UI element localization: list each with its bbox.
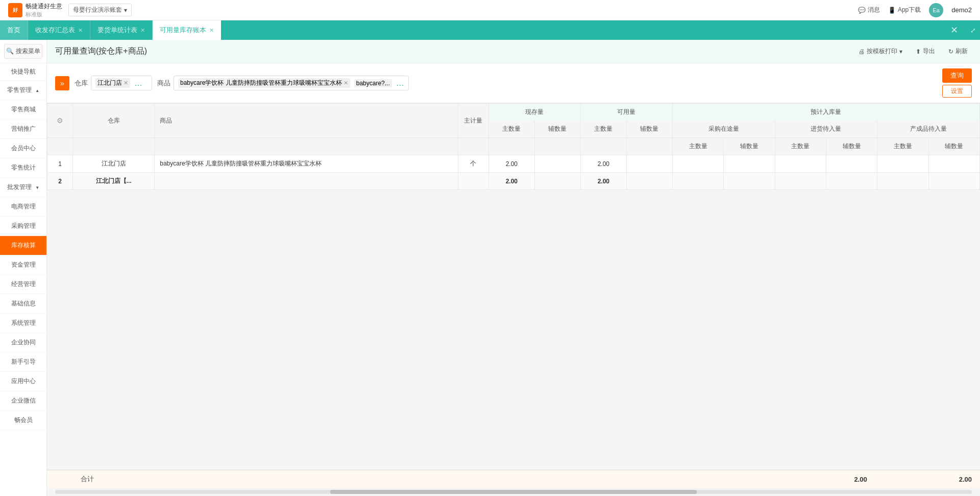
sidebar-item-enterprise-collab[interactable]: 企业协同 bbox=[0, 333, 46, 352]
horizontal-scrollbar[interactable] bbox=[55, 490, 972, 494]
col-sub-header-unit bbox=[458, 138, 488, 155]
sidebar-menu: 零售管理 零售商城 营销推广 会员中心 零售统计 批发管理 电商管理 采购管理 bbox=[0, 81, 46, 430]
enterprise-wechat-label: 企业微信 bbox=[11, 397, 36, 404]
sidebar-item-enterprise-wechat[interactable]: 企业微信 bbox=[0, 391, 46, 411]
app-download-btn[interactable]: 📱 App下载 bbox=[888, 6, 921, 14]
product-tag1-remove[interactable]: ✕ bbox=[344, 80, 348, 86]
logo-info: 畅捷通好生意 标准版 bbox=[26, 2, 62, 18]
export-btn[interactable]: ⬆ 导出 bbox=[912, 45, 939, 58]
sidebar-item-wholesale-mgmt[interactable]: 批发管理 bbox=[0, 178, 46, 197]
sidebar-item-retail-mall[interactable]: 零售商城 bbox=[0, 100, 46, 120]
tab-available-close[interactable]: ✕ bbox=[209, 27, 214, 34]
cell-cur-main-1: 2.00 bbox=[488, 155, 534, 173]
cell-cur-main-2: 2.00 bbox=[488, 173, 534, 190]
tab-available-label: 可用量库存账本 bbox=[160, 26, 206, 35]
sidebar-item-retail-mgmt[interactable]: 零售管理 bbox=[0, 81, 46, 100]
cell-warehouse-2: 江北门店【... bbox=[73, 173, 155, 190]
product-filter-label: 商品 bbox=[157, 79, 170, 88]
warehouse-tag-remove[interactable]: ✕ bbox=[124, 80, 128, 86]
message-icon: 💬 bbox=[858, 7, 866, 14]
tab-requisition[interactable]: 要货单统计表 ✕ bbox=[90, 20, 153, 40]
print-label: 按模板打印 bbox=[867, 47, 897, 56]
col-sub-header-pt-sub: 辅数量 bbox=[724, 138, 775, 155]
product-filter-input[interactable]: babycare学饮杯 儿童防摔防撞吸管杯重力球吸嘴杯宝宝水杯 ✕ babyca… bbox=[174, 76, 409, 90]
col-sub-header-pt-main: 主数量 bbox=[672, 138, 723, 155]
sidebar-item-member-center[interactable]: 会员中心 bbox=[0, 139, 46, 158]
table-footer: 合计 2.00 2.00 bbox=[47, 469, 980, 488]
quick-nav-btn[interactable]: 快捷导航 bbox=[0, 63, 46, 81]
col-sub-header-cur-sub bbox=[534, 138, 580, 155]
search-menu-btn[interactable]: 🔍 搜索菜单 bbox=[4, 44, 42, 59]
scrollbar-thumb[interactable] bbox=[330, 490, 697, 494]
filter-actions: 查询 设置 bbox=[942, 68, 972, 98]
col-header-product: 商品 bbox=[155, 104, 458, 138]
query-btn[interactable]: 查询 bbox=[942, 68, 972, 83]
table-header-row-1: ⚙ 仓库 商品 主计量 现存量 bbox=[47, 104, 980, 121]
cell-avail-sub-1 bbox=[626, 155, 672, 173]
product-tag2: babycare?... bbox=[354, 79, 392, 87]
finance-mgmt-label: 资金管理 bbox=[11, 261, 36, 268]
sidebar-item-ops-mgmt[interactable]: 经营管理 bbox=[0, 275, 46, 294]
sidebar-item-basic-info[interactable]: 基础信息 bbox=[0, 294, 46, 314]
retail-mgmt-label: 零售管理 bbox=[7, 86, 32, 93]
sidebar-item-inventory-check[interactable]: 库存核算 bbox=[0, 236, 46, 255]
industry-selector[interactable]: 母婴行业演示账套 ▾ bbox=[68, 4, 132, 16]
cell-pp-main-1 bbox=[877, 155, 928, 173]
cell-cur-sub-1 bbox=[534, 155, 580, 173]
cell-ip-sub-1 bbox=[826, 155, 877, 173]
logo-area: 好 畅捷通好生意 标准版 bbox=[8, 2, 62, 18]
settings-btn[interactable]: 设置 bbox=[942, 85, 972, 98]
sidebar-item-app-center[interactable]: 应用中心 bbox=[0, 372, 46, 391]
close-all-tabs-btn[interactable]: ✕ bbox=[944, 20, 964, 40]
sidebar-item-retail-stats[interactable]: 零售统计 bbox=[0, 158, 46, 178]
sidebar-item-new-guide[interactable]: 新手引导 bbox=[0, 352, 46, 372]
tab-receipts[interactable]: 收发存汇总表 ✕ bbox=[28, 20, 90, 40]
system-mgmt-label: 系统管理 bbox=[11, 319, 36, 326]
user-avatar[interactable]: Ea bbox=[929, 3, 943, 17]
top-bar-right: 💬 消息 📱 App下载 Ea demo2 bbox=[858, 3, 972, 17]
filter-bar: » 仓库 江北门店 ✕ … 商品 babycare学饮杯 儿童防摔防撞吸管杯重力… bbox=[47, 63, 980, 103]
footer-available-total: 2.00 bbox=[959, 476, 972, 483]
gear-icon[interactable]: ⚙ bbox=[57, 116, 63, 125]
sidebar-item-vip-member[interactable]: 畅会员 bbox=[0, 411, 46, 430]
cell-ip-main-2 bbox=[775, 173, 826, 190]
cell-avail-main-1: 2.00 bbox=[580, 155, 626, 173]
sidebar-item-marketing[interactable]: 营销推广 bbox=[0, 120, 46, 139]
col-sub-header-avail-main bbox=[580, 138, 626, 155]
col-header-purchase-transit: 采购在途量 bbox=[672, 121, 775, 138]
top-bar-left: 好 畅捷通好生意 标准版 母婴行业演示账套 ▾ bbox=[8, 2, 132, 18]
sidebar-item-ecommerce-mgmt[interactable]: 电商管理 bbox=[0, 197, 46, 217]
product-more-btn[interactable]: … bbox=[396, 79, 404, 88]
cell-pt-sub-2 bbox=[724, 173, 775, 190]
sidebar-item-purchase-mgmt[interactable]: 采购管理 bbox=[0, 217, 46, 236]
sidebar-item-finance-mgmt[interactable]: 资金管理 bbox=[0, 255, 46, 275]
col-header-gear: ⚙ bbox=[47, 104, 73, 138]
sidebar-search-area: 🔍 搜索菜单 bbox=[0, 40, 46, 63]
sidebar-item-system-mgmt[interactable]: 系统管理 bbox=[0, 314, 46, 333]
new-guide-label: 新手引导 bbox=[11, 358, 36, 365]
refresh-btn[interactable]: ↻ 刷新 bbox=[944, 45, 972, 58]
refresh-label: 刷新 bbox=[955, 47, 968, 56]
cell-num-2: 2 bbox=[47, 173, 73, 190]
warehouse-more-btn[interactable]: … bbox=[134, 79, 142, 88]
purchase-mgmt-label: 采购管理 bbox=[11, 222, 36, 229]
message-label: 消息 bbox=[868, 6, 880, 14]
tab-requisition-close[interactable]: ✕ bbox=[140, 27, 145, 34]
enterprise-collab-label: 企业协同 bbox=[11, 339, 36, 346]
expand-tabs-btn[interactable]: ⤢ bbox=[966, 20, 980, 40]
filter-toggle-btn[interactable]: » bbox=[55, 76, 69, 90]
tab-receipts-close[interactable]: ✕ bbox=[78, 27, 83, 34]
top-bar: 好 畅捷通好生意 标准版 母婴行业演示账套 ▾ 💬 消息 📱 App下载 Ea … bbox=[0, 0, 980, 20]
logo-icon: 好 bbox=[8, 3, 22, 17]
message-btn[interactable]: 💬 消息 bbox=[858, 6, 880, 14]
footer-label: 合计 bbox=[55, 475, 94, 484]
col-sub-header-wh bbox=[73, 138, 155, 155]
tab-home[interactable]: 首页 bbox=[0, 20, 28, 40]
tab-available[interactable]: 可用量库存账本 ✕ bbox=[153, 20, 221, 40]
warehouse-filter-input[interactable]: 江北门店 ✕ … bbox=[91, 76, 152, 90]
print-btn[interactable]: 🖨 按模板打印 ▾ bbox=[854, 45, 906, 58]
cell-ip-sub-2 bbox=[826, 173, 877, 190]
industry-label: 母婴行业演示账套 bbox=[73, 6, 122, 14]
cell-pp-sub-2 bbox=[928, 173, 979, 190]
export-icon: ⬆ bbox=[916, 48, 921, 55]
